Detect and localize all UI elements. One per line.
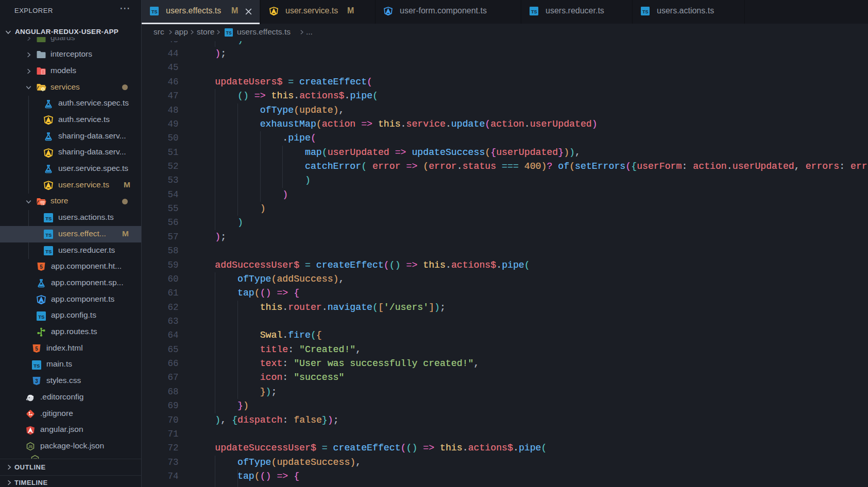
svg-text:TS: TS [38,314,44,319]
svg-text:3: 3 [35,378,38,384]
svg-text:5: 5 [35,345,38,351]
svg-text:TS: TS [45,216,52,221]
svg-text:TS: TS [33,362,40,368]
svg-text:TS: TS [45,232,52,238]
svg-text:TS: TS [226,30,232,36]
svg-text:TS: TS [151,9,157,14]
svg-text:JS: JS [28,445,33,448]
svg-text:TS: TS [45,249,52,254]
svg-text:5: 5 [40,264,43,270]
svg-text:TS: TS [642,9,648,14]
svg-text:TS: TS [531,9,537,14]
